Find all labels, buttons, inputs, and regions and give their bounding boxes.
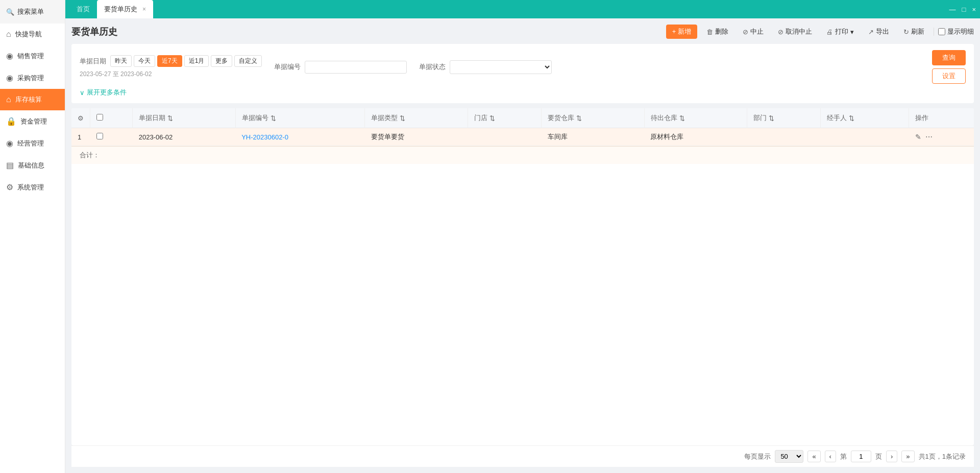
doc-no-filter: 单据编号 [274,61,407,74]
doc-no-input[interactable] [305,61,407,74]
minimize-icon[interactable]: — [949,6,956,13]
export-button[interactable]: ↗ 导出 [863,25,894,39]
table-row: 1 2023-06-02 YH-20230602-0 要货单要货 车间库 原材料… [71,128,974,146]
page-suffix: 页 [875,452,882,461]
home-icon: ⌂ [6,30,11,39]
tab-requisition-history[interactable]: 要货单历史 × [97,0,153,18]
purchase-icon: ◉ [6,73,13,83]
col-store-header[interactable]: 门店⇅ [468,108,542,128]
print-button[interactable]: 🖨 打印 ▾ [821,25,859,39]
col-pending-warehouse-header[interactable]: 待出仓库⇅ [644,108,747,128]
refresh-button[interactable]: ↻ 刷新 [898,25,929,39]
toolbar: + 新增 🗑 删除 ⊘ 中止 ⊘ 取消中止 🖨 打印 ▾ [666,25,974,39]
refresh-label: 刷新 [911,27,924,36]
row-pending-warehouse: 原材料仓库 [644,128,747,146]
doc-date-label: 单据日期 [80,57,106,66]
row-doc-date: 2023-06-02 [133,128,235,146]
export-label: 导出 [876,27,889,36]
date-btn-today[interactable]: 今天 [134,55,155,67]
sort-icon: ⇅ [271,114,276,122]
row-select-checkbox[interactable] [96,133,103,139]
col-doc-no-header[interactable]: 单据编号⇅ [235,108,365,128]
col-settings[interactable]: ⚙ [71,108,90,128]
per-page-select[interactable]: 50 20 100 [775,450,803,463]
col-handler-header[interactable]: 经手人⇅ [821,108,909,128]
filter-buttons: 查询 设置 [932,50,966,84]
stop-label: 中止 [750,27,764,36]
doc-no-label: 单据编号 [274,62,301,72]
close-window-icon[interactable]: × [972,6,976,13]
date-btn-group: 昨天 今天 近7天 近1月 更多 自定义 [110,55,262,67]
table-wrapper: ⚙ 单据日期⇅ 单据编号⇅ 单据类型⇅ 门店⇅ [71,108,974,445]
col-req-warehouse-header[interactable]: 要货仓库⇅ [542,108,644,128]
cancel-stop-icon: ⊘ [778,28,783,36]
prev-page-button[interactable]: ‹ [825,451,836,462]
add-button[interactable]: + 新增 [666,25,697,39]
total-info: 共1页，1条记录 [919,452,966,461]
tab-right-icons: — □ × [949,6,976,13]
col-doc-date-header[interactable]: 单据日期⇅ [133,108,235,128]
sidebar-item-operations-mgmt[interactable]: ◉ 经营管理 [0,132,65,154]
operations-icon: ◉ [6,138,13,148]
maximize-icon[interactable]: □ [962,6,966,13]
sidebar-item-label: 快捷导航 [15,30,42,39]
date-btn-1month[interactable]: 近1月 [184,55,209,67]
display-detail-label: 显示明细 [947,27,974,36]
expand-filter-btn[interactable]: ∨ 展开更多条件 [80,88,966,97]
per-page-label: 每页显示 [744,452,771,461]
display-detail-checkbox-label[interactable]: 显示明细 [938,27,974,36]
table-footer: 合计： [71,146,974,164]
sidebar-item-finance-mgmt[interactable]: 🔒 资金管理 [0,110,65,132]
tab-home[interactable]: 首页 [69,0,97,18]
sidebar-item-system-mgmt[interactable]: ⚙ 系统管理 [0,176,65,198]
sort-icon: ⇅ [849,114,854,122]
delete-button[interactable]: 🗑 删除 [701,25,733,39]
sidebar-item-label: 经营管理 [17,139,44,148]
col-action-header: 操作 [909,108,974,128]
first-page-button[interactable]: « [807,451,820,462]
col-checkbox-header[interactable] [90,108,133,128]
col-doc-type-header[interactable]: 单据类型⇅ [365,108,468,128]
date-btn-yesterday[interactable]: 昨天 [110,55,132,67]
stop-button[interactable]: ⊘ 中止 [738,25,769,39]
display-detail-checkbox[interactable] [938,28,945,35]
doc-status-select[interactable] [450,60,552,74]
filter-row: 单据日期 昨天 今天 近7天 近1月 更多 自定义 2023-05-27 至 2… [80,50,966,84]
row-doc-type: 要货单要货 [365,128,468,146]
stop-icon: ⊘ [743,28,748,36]
sidebar-item-sales-mgmt[interactable]: ◉ 销售管理 [0,45,65,67]
row-more-icon[interactable]: ⋯ [925,133,933,141]
date-btn-7days[interactable]: 近7天 [157,55,182,67]
sidebar-item-purchase-mgmt[interactable]: ◉ 采购管理 [0,67,65,89]
last-page-button[interactable]: » [901,451,914,462]
print-icon: 🖨 [826,28,833,36]
tab-close-icon[interactable]: × [142,6,146,13]
inventory-icon: ⌂ [6,95,11,104]
doc-date-filter: 单据日期 昨天 今天 近7天 近1月 更多 自定义 [80,55,262,67]
expand-filter-label: 展开更多条件 [87,88,127,97]
doc-no-link[interactable]: YH-20230602-0 [241,133,288,141]
sidebar-item-quick-nav[interactable]: ⌂ 快捷导航 [0,23,65,45]
sort-icon: ⇅ [679,114,685,122]
sidebar-item-label: 资金管理 [20,117,47,126]
sort-icon: ⇅ [489,114,495,122]
data-table: ⚙ 单据日期⇅ 单据编号⇅ 单据类型⇅ 门店⇅ [71,108,974,146]
sidebar-item-basic-info[interactable]: ▤ 基础信息 [0,154,65,176]
sidebar-item-label: 库存核算 [15,95,42,104]
select-all-checkbox[interactable] [96,114,103,121]
col-department-header[interactable]: 部门⇅ [747,108,821,128]
sidebar-item-label: 销售管理 [17,52,44,61]
main-area: 首页 要货单历史 × — □ × 要货单历史 + 新增 🗑 删除 ⊘ [65,0,980,473]
sidebar-item-inventory[interactable]: ⌂ 库存核算 [0,89,65,110]
page-content: 要货单历史 + 新增 🗑 删除 ⊘ 中止 ⊘ 取消中止 🖨 打印 [65,18,980,473]
row-edit-icon[interactable]: ✎ [915,133,921,141]
next-page-button[interactable]: › [886,451,897,462]
filter-settings-button[interactable]: 设置 [932,68,966,84]
date-btn-custom[interactable]: 自定义 [234,55,262,67]
page-number-input[interactable] [851,451,871,462]
cancel-stop-button[interactable]: ⊘ 取消中止 [773,25,817,39]
search-button[interactable]: 查询 [932,50,966,65]
date-btn-more[interactable]: 更多 [211,55,232,67]
sidebar-search[interactable]: 🔍 搜索菜单 [0,0,65,23]
row-checkbox[interactable] [90,128,133,146]
